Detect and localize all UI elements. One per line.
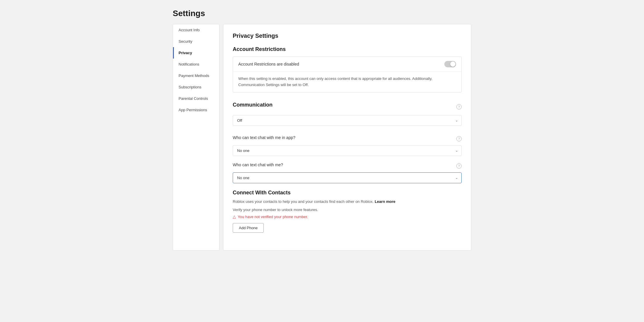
sidebar-item-app-permissions[interactable]: App Permissions: [173, 104, 219, 116]
communication-select[interactable]: Off Everyone Friends No one: [233, 115, 462, 126]
main-panel: Privacy Settings Account Restrictions Ac…: [223, 24, 471, 251]
connect-contacts-description: Roblox uses your contacts to help you an…: [233, 199, 462, 205]
text-chat-label: Who can text chat with me?: [233, 162, 283, 167]
sidebar-item-security[interactable]: Security: [173, 36, 219, 47]
connect-contacts-section: Connect With Contacts Roblox uses your c…: [233, 190, 462, 233]
sidebar-item-subscriptions[interactable]: Subscriptions: [173, 81, 219, 93]
communication-dropdown-wrapper: Off Everyone Friends No one ⌄: [233, 115, 462, 126]
add-phone-button[interactable]: Add Phone: [233, 223, 264, 233]
text-chat-dropdown-wrapper: No one Friends Everyone ⌄: [233, 172, 462, 183]
sidebar-item-privacy[interactable]: Privacy: [173, 47, 219, 59]
communication-heading: Communication: [233, 102, 273, 108]
communication-section: Communication ? Off Everyone Friends No …: [233, 102, 462, 126]
sidebar-item-payment-methods[interactable]: Payment Methods: [173, 70, 219, 81]
text-chat-help-icon[interactable]: ?: [456, 163, 462, 169]
communication-help-icon[interactable]: ?: [456, 104, 462, 109]
learn-more-link[interactable]: Learn more: [375, 199, 395, 204]
text-chat-app-section: Who can text chat with me in app? ? No o…: [233, 135, 462, 156]
account-restrictions-heading: Account Restrictions: [233, 46, 462, 52]
account-restrictions-toggle[interactable]: [444, 61, 456, 67]
page-title: Settings: [173, 9, 471, 18]
sidebar: Account InfoSecurityPrivacyNotifications…: [173, 24, 220, 251]
restriction-box: Account Restrictions are disabled When t…: [233, 56, 462, 93]
warning-icon: △: [233, 214, 236, 219]
connect-contacts-heading: Connect With Contacts: [233, 190, 462, 196]
warning-row: △ You have not verified your phone numbe…: [233, 214, 462, 219]
text-chat-section: Who can text chat with me? ? No one Frie…: [233, 162, 462, 183]
sidebar-item-account-info[interactable]: Account Info: [173, 24, 219, 36]
restriction-toggle-row: Account Restrictions are disabled: [233, 57, 461, 72]
text-chat-app-help-icon[interactable]: ?: [456, 136, 462, 141]
text-chat-app-label: Who can text chat with me in app?: [233, 135, 295, 140]
text-chat-app-dropdown-wrapper: No one Friends Everyone ⌄: [233, 145, 462, 156]
sidebar-item-notifications[interactable]: Notifications: [173, 59, 219, 70]
text-chat-app-select[interactable]: No one Friends Everyone: [233, 145, 462, 156]
restriction-description: When this setting is enabled, this accou…: [233, 72, 461, 92]
account-restrictions-section: Account Restrictions Account Restriction…: [233, 46, 462, 93]
text-chat-select[interactable]: No one Friends Everyone: [233, 172, 462, 183]
restriction-toggle-label: Account Restrictions are disabled: [238, 62, 299, 66]
panel-title: Privacy Settings: [233, 32, 462, 39]
verify-text: Verify your phone number to unlock more …: [233, 208, 462, 212]
sidebar-item-parental-controls[interactable]: Parental Controls: [173, 93, 219, 104]
warning-text: You have not verified your phone number.: [238, 215, 308, 219]
